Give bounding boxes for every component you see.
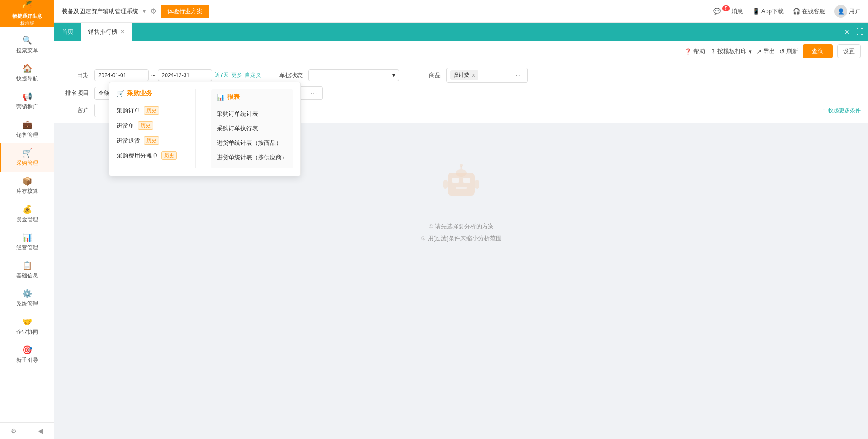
sidebar-label-operations: 经营管理 <box>16 244 38 252</box>
messages-badge: 5 <box>722 5 730 11</box>
svg-point-6 <box>456 169 467 177</box>
cost-history-badge: 历史 <box>161 151 177 160</box>
purchase-section-icon: 🛒 <box>117 90 124 97</box>
sidebar-item-operations[interactable]: 📊 经营管理 <box>0 228 54 256</box>
mega-menu-report-section: 📊 报表 采购订单统计表 采购订单执行表 进货单统计表（按商品） 进货单统计表（… <box>211 89 293 168</box>
sidebar-item-quick-nav[interactable]: 🏠 快捷导航 <box>0 59 54 87</box>
date-end-input[interactable] <box>158 69 212 81</box>
tabbar-close-button[interactable]: ✕ <box>844 28 850 36</box>
date-shortcut-more[interactable]: 更多 <box>231 71 242 79</box>
print-button[interactable]: 🖨 按模板打印 ▾ <box>710 47 752 55</box>
rank-value: 金额 <box>98 89 109 97</box>
avatar: 👤 <box>834 5 847 18</box>
tab-sales-rank-close-icon[interactable]: ✕ <box>120 29 125 35</box>
home-icon: 🏠 <box>22 64 32 74</box>
mega-menu-item-return[interactable]: 进货退货 历史 <box>117 133 180 148</box>
industry-plan-button[interactable]: 体验行业方案 <box>161 5 209 18</box>
mega-menu-item-purchase-order[interactable]: 采购订单 历史 <box>117 103 180 118</box>
date-start-input[interactable] <box>94 69 149 81</box>
header-settings-icon[interactable]: ⚙ <box>150 7 156 15</box>
sidebar-label-quick-nav: 快捷导航 <box>16 75 38 83</box>
incoming-stat-supplier-label: 进货单统计表（按供应商） <box>217 153 288 162</box>
tab-sales-rank[interactable]: 销售排行榜 ✕ <box>81 23 132 41</box>
mega-menu-purchase-section: 🛒 采购业务 采购订单 历史 进货单 历史 进货退货 历史 采购费用分摊单 <box>117 89 180 168</box>
help-button[interactable]: ❓ 帮助 <box>684 47 705 55</box>
filter-settings-button[interactable]: 设置 <box>837 44 861 58</box>
sidebar-item-sales[interactable]: 💼 销售管理 <box>0 115 54 143</box>
goods-tag-value: 设计费 <box>453 71 469 79</box>
app-logo: 🍊 畅捷通好生意 标准版 <box>0 0 54 27</box>
sidebar-item-enterprise[interactable]: 🤝 企业协同 <box>0 312 54 340</box>
query-button[interactable]: 查询 <box>803 44 833 58</box>
sidebar-nav: 🔍 搜索菜单 🏠 快捷导航 📢 营销推广 💼 销售管理 🛒 采购管理 📦 库存核… <box>0 27 54 422</box>
goods-tag: 设计费 ✕ <box>450 70 478 80</box>
tabbar-expand-button[interactable]: ⛶ <box>856 28 863 36</box>
sidebar-item-finance[interactable]: 💰 资金管理 <box>0 200 54 228</box>
online-service-button[interactable]: 🎧 在线客服 <box>793 7 825 15</box>
goods-more-icon[interactable]: ··· <box>515 71 524 79</box>
tab-home[interactable]: 首页 <box>54 23 81 41</box>
operations-icon: 📊 <box>22 232 32 242</box>
refresh-button[interactable]: ↺ 刷新 <box>780 47 798 55</box>
export-button[interactable]: ↗ 导出 <box>756 47 775 55</box>
goods-select[interactable]: 设计费 ✕ ··· <box>446 68 528 83</box>
tab-sales-rank-label: 销售排行榜 <box>88 28 117 36</box>
header-left: 装备及固定资产辅助管理系统 ▾ ⚙ 体验行业方案 <box>62 5 209 18</box>
sidebar-label-purchase: 采购管理 <box>16 159 38 167</box>
sidebar-label-finance: 资金管理 <box>16 216 38 223</box>
sidebar-label-enterprise: 企业协同 <box>16 328 38 336</box>
date-range: ~ 近7天 更多 自定义 <box>94 69 261 81</box>
sidebar-label-system: 系统管理 <box>16 300 38 308</box>
sidebar-item-marketing[interactable]: 📢 营销推广 <box>0 87 54 115</box>
doc-status-dropdown-icon: ▾ <box>392 72 395 79</box>
sidebar-collapse-button[interactable]: ◀ <box>38 427 43 434</box>
mega-menu-item-incoming[interactable]: 进货单 历史 <box>117 118 180 133</box>
report-section-icon: 📊 <box>217 94 224 101</box>
sidebar-item-basic-info[interactable]: 📋 基础信息 <box>0 256 54 284</box>
cost-label: 采购费用分摊单 <box>117 152 158 160</box>
return-label: 进货退货 <box>117 137 140 145</box>
empty-hint-1: ① 请先选择要分析的方案 <box>429 221 494 232</box>
mega-menu-item-cost[interactable]: 采购费用分摊单 历史 <box>117 148 180 163</box>
user-profile-button[interactable]: 👤 用户 <box>834 5 861 18</box>
sidebar-item-purchase[interactable]: 🛒 采购管理 <box>0 143 54 172</box>
goods-tag-close-icon[interactable]: ✕ <box>471 72 476 79</box>
goods-label: 商品 <box>414 71 441 79</box>
sidebar-item-system[interactable]: ⚙️ 系统管理 <box>0 284 54 312</box>
salesman-more-icon[interactable]: ··· <box>310 89 319 97</box>
date-shortcut-custom[interactable]: 自定义 <box>245 71 261 79</box>
sidebar-footer: ⚙ ◀ <box>0 422 54 439</box>
purchase-stat-label: 采购订单统计表 <box>217 110 258 118</box>
mega-menu-item-purchase-stat[interactable]: 采购订单统计表 <box>217 107 288 121</box>
sidebar-item-search[interactable]: 🔍 搜索菜单 <box>0 31 54 59</box>
app-download-button[interactable]: 📱 App下载 <box>752 7 784 15</box>
sidebar-settings-button[interactable]: ⚙ <box>11 427 17 434</box>
sidebar-label-inventory: 库存核算 <box>16 187 38 195</box>
app-download-label: App下载 <box>761 7 784 15</box>
date-shortcut-7days[interactable]: 近7天 <box>215 71 229 79</box>
sidebar-item-inventory[interactable]: 📦 库存核算 <box>0 172 54 200</box>
chevron-up-icon: ⌃ <box>822 107 826 113</box>
purchase-section-label: 采购业务 <box>127 89 152 98</box>
export-label: 导出 <box>763 47 775 55</box>
collapse-filter-button[interactable]: ⌃ 收起更多条件 <box>822 107 861 114</box>
mega-menu-item-purchase-exec[interactable]: 采购订单执行表 <box>217 121 288 136</box>
mega-menu-item-incoming-stat-goods[interactable]: 进货单统计表（按商品） <box>217 136 288 150</box>
messages-button[interactable]: 💬 5 消息 <box>713 7 743 15</box>
phone-icon: 📱 <box>752 8 760 15</box>
print-icon: 🖨 <box>710 48 716 55</box>
dropdown-arrow-icon[interactable]: ▾ <box>143 8 146 15</box>
export-icon: ↗ <box>756 48 761 55</box>
mega-menu-report-title: 📊 报表 <box>217 93 288 101</box>
mega-menu-item-incoming-stat-supplier[interactable]: 进货单统计表（按供应商） <box>217 150 288 165</box>
logo-title: 畅捷通好生意 <box>12 13 42 20</box>
svg-rect-2 <box>463 178 470 183</box>
system-title: 装备及固定资产辅助管理系统 <box>62 7 138 15</box>
header: 装备及固定资产辅助管理系统 ▾ ⚙ 体验行业方案 💬 5 消息 📱 App下载 … <box>54 0 868 23</box>
sidebar-item-newbie[interactable]: 🎯 新手引导 <box>0 340 54 369</box>
customer-label: 客户 <box>62 106 89 114</box>
rank-label: 排名项目 <box>62 89 89 97</box>
svg-rect-3 <box>456 187 467 189</box>
empty-hint-2-text: 用[过滤]条件来缩小分析范围 <box>428 235 502 242</box>
doc-status-select[interactable]: ▾ <box>308 69 399 81</box>
